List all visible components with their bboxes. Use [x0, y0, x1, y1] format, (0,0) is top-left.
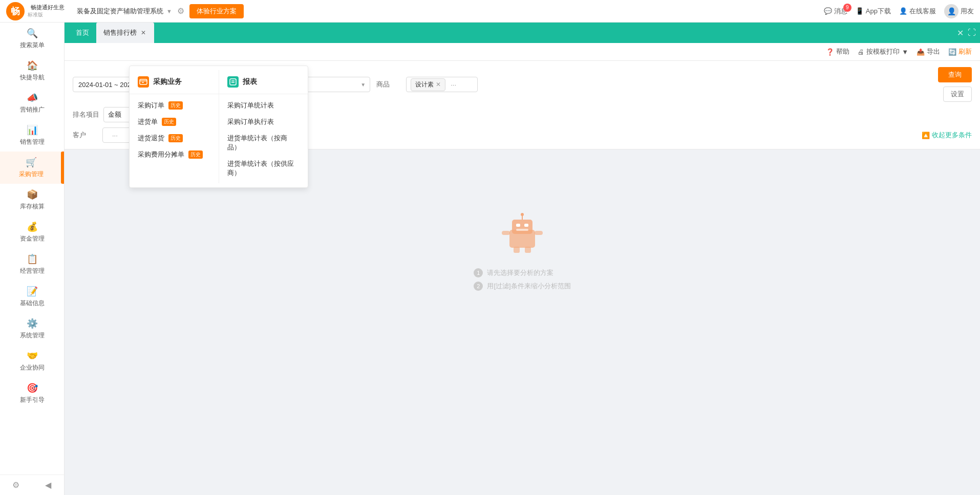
help-icon: ❓ — [826, 48, 834, 56]
user-action[interactable]: 👤 用友 — [944, 4, 974, 18]
svg-rect-10 — [535, 231, 543, 235]
sidebar-item-search[interactable]: 🔍 搜索菜单 — [0, 23, 64, 55]
setting-btn[interactable]: 设置 — [943, 87, 972, 102]
marketing-icon: 📣 — [27, 92, 38, 103]
export-btn[interactable]: 📤 导出 — [917, 47, 940, 56]
order-stats-label: 采购订单统计表 — [227, 101, 274, 110]
message-icon: 💬 — [824, 7, 832, 15]
tab-sales-rank[interactable]: 销售排行榜 ✕ — [96, 23, 154, 43]
dropdown-item-expense[interactable]: 采购费用分摊单 历史 — [130, 146, 219, 163]
svg-rect-11 — [140, 79, 147, 84]
query-btn[interactable]: 查询 — [938, 67, 972, 82]
step-2-icon: 2 — [474, 282, 483, 291]
rank-value: 金额 — [108, 110, 121, 119]
dropdown-item-order-exec[interactable]: 采购订单执行表 — [219, 114, 308, 130]
system-title: 装备及固定资产辅助管理系统 — [77, 7, 163, 16]
sidebar-item-collab[interactable]: 🤝 企业协同 — [0, 345, 64, 377]
collapse-up-icon: 🔼 — [922, 132, 930, 139]
goods-tag-close-icon[interactable]: ✕ — [436, 81, 441, 88]
sidebar-settings-btn[interactable]: ⚙ — [0, 475, 32, 495]
tab-close-icon[interactable]: ✕ — [140, 29, 147, 36]
doc-status-arrow-icon: ▼ — [360, 82, 366, 88]
dropdown-col-purchase: 采购业务 采购订单 历史 进货单 历史 进货退货 历史 — [130, 66, 219, 187]
goods-label: 商品 — [376, 80, 402, 89]
history-badge-return: 历史 — [168, 134, 183, 142]
action-bar: ❓ 帮助 🖨 按模板打印 ▼ 📤 导出 🔄 — [65, 43, 980, 61]
tab-sales-rank-label: 销售排行榜 — [103, 28, 137, 37]
system-title-arrow-icon[interactable]: ▼ — [166, 8, 172, 14]
refresh-icon: 🔄 — [948, 48, 956, 56]
dropdown-item-order-stats[interactable]: 采购订单统计表 — [219, 97, 308, 114]
goods-select[interactable]: 设计素 ✕ ··· — [406, 77, 478, 92]
empty-tips: 1 请先选择要分析的方案 2 用[过滤]条件来缩小分析范围 — [474, 268, 570, 295]
sidebar-item-basic-info[interactable]: 📝 基础信息 — [0, 281, 64, 313]
goods-more-dots[interactable]: ··· — [451, 81, 456, 89]
sidebar-label-basic-info: 基础信息 — [20, 299, 45, 308]
tab-bar: 首页 销售排行榜 ✕ ✕ ⛶ — [65, 23, 980, 43]
inventory-icon: 📦 — [27, 189, 38, 200]
tab-window-close-icon[interactable]: ✕ — [957, 28, 964, 38]
home-icon: 🏠 — [27, 60, 38, 71]
app-download-icon: 📱 — [856, 7, 864, 15]
logo-subtext: 标准版 — [28, 11, 65, 18]
sidebar-label-purchase: 采购管理 — [19, 170, 44, 179]
sidebar-collapse-btn[interactable]: ◀ — [32, 475, 65, 495]
sidebar-item-system[interactable]: ⚙️ 系统管理 — [0, 313, 64, 345]
order-exec-label: 采购订单执行表 — [227, 117, 274, 126]
dropdown-col-report: 报表 采购订单统计表 采购订单执行表 进货单统计表（按商品） 进货单统计表（按供… — [219, 66, 308, 187]
online-service-action[interactable]: 👤 在线客服 — [899, 7, 936, 16]
app-download-label: App下载 — [866, 7, 891, 16]
settings-icon[interactable]: ⚙ — [177, 6, 184, 16]
collapse-label: 收起更多条件 — [932, 131, 972, 140]
user-avatar: 👤 — [944, 4, 958, 18]
dropdown-item-inbound-stats-goods[interactable]: 进货单统计表（按商品） — [219, 130, 308, 156]
refresh-btn[interactable]: 🔄 刷新 — [948, 47, 972, 56]
help-btn[interactable]: ❓ 帮助 — [826, 47, 849, 56]
app-download-action[interactable]: 📱 App下载 — [856, 7, 891, 16]
purchase-col-icon — [138, 76, 149, 88]
sidebar-item-guide[interactable]: 🎯 新手引导 — [0, 377, 64, 410]
basic-info-icon: 📝 — [27, 286, 38, 297]
tab-maximize-icon[interactable]: ⛶ — [968, 28, 976, 37]
logo-area: 畅 畅捷通好生意 标准版 — [6, 2, 71, 20]
online-service-icon: 👤 — [899, 7, 907, 15]
sidebar-label-search: 搜索菜单 — [20, 41, 45, 50]
goods-tag-text: 设计素 — [415, 80, 434, 89]
dropdown-item-inbound-stats-supplier[interactable]: 进货单统计表（按供应商） — [219, 156, 308, 181]
empty-tip-2: 2 用[过滤]条件来缩小分析范围 — [474, 282, 570, 291]
print-btn[interactable]: 🖨 按模板打印 ▼ — [858, 47, 908, 56]
refresh-label: 刷新 — [958, 47, 972, 56]
svg-point-6 — [521, 213, 524, 216]
industry-btn[interactable]: 体验行业方案 — [189, 4, 244, 18]
goods-tag: 设计素 ✕ — [411, 78, 445, 91]
collapse-btn[interactable]: 🔼 收起更多条件 — [922, 131, 972, 140]
sidebar-item-operation[interactable]: 📋 经营管理 — [0, 248, 64, 281]
inbound-stats-goods-label: 进货单统计表（按商品） — [227, 134, 300, 152]
system-icon: ⚙️ — [27, 318, 38, 329]
sidebar-label-system: 系统管理 — [20, 331, 45, 340]
dropdown-item-purchase-order[interactable]: 采购订单 历史 — [130, 97, 219, 114]
search-icon: 🔍 — [27, 28, 38, 39]
purchase-icon: 🛒 — [26, 157, 37, 168]
empty-tip-1-text: 请先选择要分析的方案 — [487, 268, 553, 277]
message-action[interactable]: 💬 消息 9 — [824, 7, 847, 16]
sidebar-item-inventory[interactable]: 📦 库存核算 — [0, 184, 64, 216]
svg-rect-4 — [516, 229, 528, 231]
tab-home[interactable]: 首页 — [69, 23, 96, 43]
sidebar-item-sales[interactable]: 📊 销售管理 — [0, 119, 64, 152]
customer-more-dots[interactable]: ··· — [112, 132, 118, 139]
sidebar-label-guide: 新手引导 — [20, 396, 45, 404]
step-1-icon: 1 — [474, 268, 483, 277]
dropdown-col2-header: 报表 — [219, 72, 308, 94]
print-arrow-icon: ▼ — [902, 48, 908, 56]
sidebar-item-marketing[interactable]: 📣 营销推广 — [0, 87, 64, 119]
sidebar-item-finance[interactable]: 💰 资金管理 — [0, 216, 64, 248]
user-label: 用友 — [961, 7, 974, 16]
sidebar-item-purchase[interactable]: 🛒 采购管理 — [0, 152, 64, 184]
expense-label: 采购费用分摊单 — [138, 150, 184, 159]
message-badge: 9 — [843, 4, 851, 12]
dropdown-item-return[interactable]: 进货退货 历史 — [130, 130, 219, 146]
sidebar-item-nav[interactable]: 🏠 快捷导航 — [0, 55, 64, 87]
dropdown-item-inbound[interactable]: 进货单 历史 — [130, 114, 219, 130]
history-badge-expense: 历史 — [188, 150, 203, 159]
